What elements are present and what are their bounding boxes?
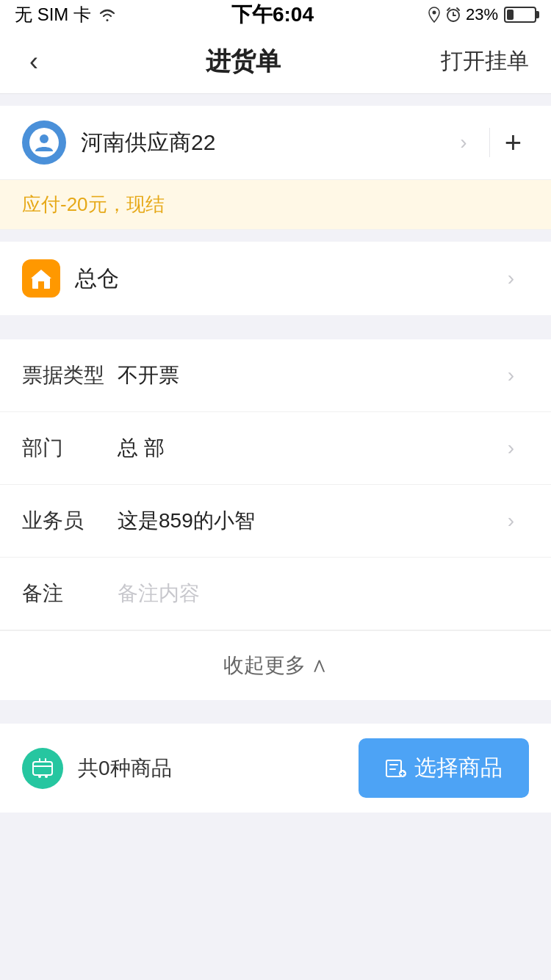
- collapse-label: 收起更多 ∧: [223, 654, 328, 677]
- svg-marker-6: [31, 270, 51, 278]
- page-content: 河南供应商22 › + 应付-20元，现结 总仓 ›: [0, 94, 551, 980]
- warehouse-section: 总仓 ›: [0, 242, 551, 316]
- section-divider-1: [0, 94, 551, 106]
- select-product-icon: [385, 757, 407, 779]
- salesperson-label: 业务员: [22, 507, 110, 535]
- status-bar-time: 下午6:04: [231, 1, 314, 29]
- section-divider-2: [0, 230, 551, 242]
- alarm-icon: [445, 7, 461, 23]
- warehouse-icon: [29, 267, 53, 290]
- form-section: 票据类型 不开票 › 部门 总 部 › 业务员 这是859的小智 › 备注 备注…: [0, 328, 551, 700]
- notice-text: 应付-20元，现结: [22, 193, 165, 215]
- svg-point-9: [38, 775, 41, 778]
- supplier-avatar: [22, 120, 66, 165]
- department-chevron-icon: ›: [508, 436, 514, 460]
- invoice-type-row[interactable]: 票据类型 不开票 ›: [0, 339, 551, 412]
- remark-row[interactable]: 备注 备注内容: [0, 558, 551, 630]
- product-count-label: 共0种商品: [78, 754, 359, 782]
- person-icon: [32, 131, 56, 154]
- department-row[interactable]: 部门 总 部 ›: [0, 412, 551, 485]
- svg-rect-8: [33, 762, 52, 775]
- remark-input[interactable]: 备注内容: [110, 580, 529, 608]
- supplier-section: 河南供应商22 › + 应付-20元，现结: [0, 106, 551, 230]
- nav-bar: ‹ 进货单 打开挂单: [0, 29, 551, 94]
- carrier-text: 无 SIM 卡: [15, 3, 91, 26]
- page-title: 进货单: [206, 45, 281, 79]
- add-supplier-button[interactable]: +: [497, 126, 529, 159]
- battery-percent: 23%: [466, 5, 498, 24]
- invoice-type-value: 不开票: [110, 361, 508, 389]
- svg-point-4: [40, 134, 48, 143]
- wifi-icon: [97, 7, 118, 22]
- open-pending-button[interactable]: 打开挂单: [441, 46, 529, 76]
- battery-icon: [504, 7, 536, 23]
- back-button[interactable]: ‹: [22, 39, 46, 84]
- warehouse-icon-wrap: [22, 259, 60, 298]
- invoice-type-label: 票据类型: [22, 361, 110, 389]
- supplier-row[interactable]: 河南供应商22 › +: [0, 106, 551, 180]
- svg-point-0: [432, 11, 436, 15]
- select-product-label: 选择商品: [414, 753, 503, 783]
- warehouse-chevron-icon: ›: [508, 267, 514, 290]
- bottom-bar: 共0种商品 选择商品: [0, 724, 551, 813]
- svg-point-10: [45, 775, 48, 778]
- collapse-button[interactable]: 收起更多 ∧: [0, 630, 551, 700]
- cart-icon: [30, 756, 55, 781]
- location-icon: [428, 7, 441, 23]
- department-label: 部门: [22, 434, 110, 462]
- status-bar: 无 SIM 卡 下午6:04 23%: [0, 0, 551, 29]
- warehouse-row[interactable]: 总仓 ›: [0, 242, 551, 316]
- department-value: 总 部: [110, 434, 508, 462]
- supplier-name: 河南供应商22: [81, 128, 460, 158]
- salesperson-row[interactable]: 业务员 这是859的小智 ›: [0, 485, 551, 558]
- salesperson-value: 这是859的小智: [110, 507, 508, 535]
- section-divider-4: [0, 700, 551, 712]
- status-bar-left: 无 SIM 卡: [15, 3, 118, 26]
- svg-rect-7: [38, 281, 44, 289]
- product-icon-wrap: [22, 748, 63, 789]
- notice-bar: 应付-20元，现结: [0, 180, 551, 230]
- select-product-button[interactable]: 选择商品: [359, 738, 529, 798]
- section-divider-3: [0, 328, 551, 339]
- supplier-divider: [489, 128, 490, 157]
- remark-label: 备注: [22, 580, 110, 608]
- status-bar-right: 23%: [428, 5, 536, 24]
- warehouse-name: 总仓: [75, 264, 508, 294]
- salesperson-chevron-icon: ›: [508, 509, 514, 533]
- invoice-type-chevron-icon: ›: [508, 364, 514, 387]
- supplier-chevron-icon: ›: [460, 131, 467, 154]
